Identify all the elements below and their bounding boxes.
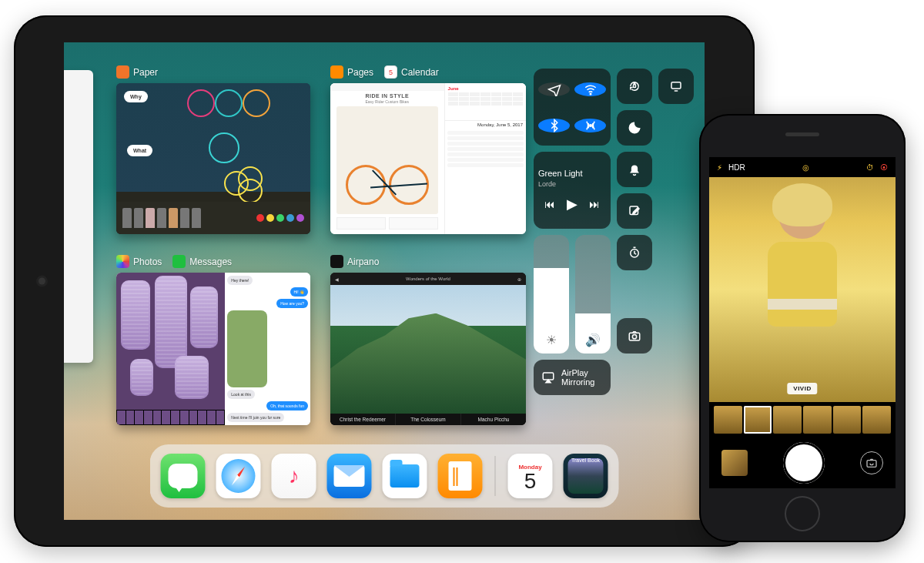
- camera-top-bar: ⚡︎ HDR ◎ ⏱ ⦿: [709, 157, 896, 177]
- wifi-icon: [574, 82, 606, 96]
- filter-thumb[interactable]: [833, 406, 862, 434]
- switcher-card-photos-messages[interactable]: Hey there! Hi! 👋 How are you? Look at th…: [116, 273, 310, 425]
- paper-diagram-circle: [187, 89, 215, 117]
- svg-rect-9: [867, 461, 876, 467]
- filter-thumb[interactable]: [714, 406, 742, 434]
- bell-icon: [617, 152, 652, 187]
- flash-toggle[interactable]: ⚡︎: [717, 163, 722, 172]
- filter-thumb[interactable]: [862, 406, 891, 434]
- filter-carousel[interactable]: [709, 402, 896, 437]
- switcher-header: Airpano: [330, 255, 526, 268]
- switch-camera-button[interactable]: [860, 451, 883, 474]
- dock-app-safari[interactable]: [216, 454, 261, 498]
- do-not-disturb-toggle[interactable]: [617, 110, 652, 146]
- filter-thumb[interactable]: [803, 406, 832, 434]
- dock-app-files[interactable]: [383, 454, 427, 498]
- ipad-device: Paper Why What: [14, 15, 755, 547]
- wifi-toggle[interactable]: [574, 82, 606, 96]
- switcher-header: Photos Messages: [116, 255, 310, 268]
- switcher-group-paper[interactable]: Paper Why What: [116, 65, 310, 234]
- calendar-day: 5: [524, 471, 537, 492]
- switcher-card-paper[interactable]: Why What: [116, 83, 310, 234]
- play-button[interactable]: ▶: [567, 196, 578, 213]
- svg-rect-6: [629, 333, 640, 340]
- screen-mirroring-placeholder[interactable]: [658, 69, 694, 104]
- filter-thumb[interactable]: [773, 406, 802, 434]
- screen-icon: [658, 69, 694, 104]
- dock-app-mail[interactable]: [327, 454, 372, 498]
- paper-venn: [224, 166, 278, 203]
- control-center: Green Light Lorde ⏮ ▶ ⏭ ☀︎ 🔊: [534, 69, 694, 395]
- iphone-screen: ⚡︎ HDR ◎ ⏱ ⦿ VIVID: [709, 157, 896, 488]
- dock-app-pages[interactable]: [438, 454, 483, 498]
- switcher-card-peeking[interactable]: [64, 70, 93, 363]
- ipad-front-camera: [38, 278, 45, 285]
- iphone-home-button[interactable]: [785, 496, 820, 531]
- airpano-app-icon: [330, 255, 343, 268]
- paper-diagram-circle: [243, 89, 270, 117]
- filter-thumb-selected[interactable]: [744, 406, 772, 434]
- moon-icon: [617, 110, 652, 146]
- orientation-lock-toggle[interactable]: [617, 69, 652, 104]
- airplay-label: AirPlay Mirroring: [561, 368, 603, 387]
- switcher-group-airpano[interactable]: Airpano ◀Wonders of the World⊕ Christ th…: [330, 255, 526, 425]
- app-label: Messages: [189, 256, 232, 267]
- timer-button[interactable]: [617, 235, 652, 270]
- timer-toggle[interactable]: ⏱: [866, 163, 874, 172]
- dock-app-messages[interactable]: [161, 454, 206, 498]
- switcher-card-pages-calendar[interactable]: RIDE IN STYLE Easy Rider Custom Bikes Ju…: [330, 83, 526, 234]
- dock-app-music[interactable]: ♪: [272, 454, 316, 498]
- prev-track-button[interactable]: ⏮: [544, 198, 555, 210]
- svg-rect-8: [543, 373, 554, 380]
- shutter-button[interactable]: [783, 442, 825, 484]
- last-photo-thumbnail[interactable]: [721, 450, 748, 476]
- airpano-title: Wonders of the World: [406, 276, 450, 281]
- app-label: Pages: [347, 67, 373, 78]
- calendar-month: June: [448, 86, 523, 91]
- calendar-dateline: Monday, June 5, 2017: [445, 120, 526, 129]
- calendar-app-icon: 5: [384, 65, 397, 79]
- photos-filmstrip: [116, 410, 225, 425]
- dock-app-travel[interactable]: Travel Book: [564, 454, 608, 498]
- dock: ♪ Monday 5 Travel Book: [150, 444, 619, 508]
- airpano-labels: Christ the Redeemer The Colosseum Machu …: [330, 414, 526, 425]
- airplane-mode-toggle[interactable]: [538, 82, 570, 96]
- connectivity-tile[interactable]: [534, 69, 611, 146]
- filters-toggle[interactable]: ⦿: [880, 163, 888, 172]
- travel-label: Travel Book: [564, 457, 608, 463]
- airplay-mirroring-tile[interactable]: AirPlay Mirroring: [534, 360, 611, 395]
- pages-app-icon: [330, 65, 343, 79]
- live-photo-toggle[interactable]: ◎: [802, 163, 809, 172]
- hdr-toggle[interactable]: HDR: [728, 163, 745, 172]
- switcher-card-airpano[interactable]: ◀Wonders of the World⊕ Christ the Redeem…: [330, 273, 526, 425]
- camera-viewfinder[interactable]: VIVID: [709, 177, 896, 402]
- camera-button[interactable]: [617, 318, 652, 354]
- switcher-group-photos-messages[interactable]: Photos Messages Hey there! Hi! 👋 How are…: [116, 255, 310, 425]
- airpano-panorama: [330, 285, 526, 414]
- paper-note-why: Why: [124, 91, 148, 102]
- brightness-slider[interactable]: ☀︎: [534, 235, 569, 354]
- music-artist: Lorde: [538, 180, 606, 188]
- ipad-screen: Paper Why What: [64, 42, 705, 520]
- now-playing-tile[interactable]: Green Light Lorde ⏮ ▶ ⏭: [534, 152, 611, 229]
- switcher-header: Pages 5 Calendar: [330, 65, 526, 79]
- volume-slider[interactable]: 🔊: [575, 235, 611, 354]
- bluetooth-toggle[interactable]: [538, 119, 570, 132]
- cellular-toggle[interactable]: [574, 119, 606, 132]
- notes-button[interactable]: [617, 193, 652, 229]
- dock-app-calendar[interactable]: Monday 5: [508, 454, 553, 498]
- messages-icon: [169, 464, 198, 488]
- pages-doc-subtitle: Easy Rider Custom Bikes: [330, 99, 444, 106]
- music-title: Green Light: [538, 169, 606, 178]
- svg-rect-2: [634, 85, 636, 88]
- app-label: Calendar: [401, 67, 439, 78]
- silent-toggle[interactable]: [617, 152, 652, 187]
- filter-badge: VIVID: [787, 383, 817, 394]
- bluetooth-icon: [538, 119, 570, 132]
- svg-point-7: [632, 335, 636, 339]
- calendar-pane: June Monday, June 5, 2017: [444, 83, 526, 234]
- paper-toolbar: [116, 202, 310, 234]
- airplay-icon: [541, 360, 555, 395]
- switcher-group-pages-calendar[interactable]: Pages 5 Calendar RIDE IN STYLE Easy Ride…: [330, 65, 526, 234]
- next-track-button[interactable]: ⏭: [589, 198, 600, 210]
